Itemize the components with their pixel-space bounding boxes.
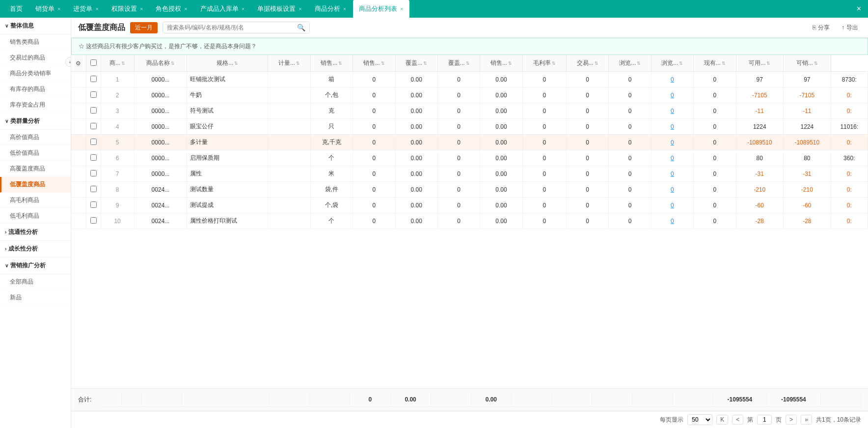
page-input[interactable] [757, 415, 772, 425]
view2-column-header[interactable]: 浏览...⇅ [651, 55, 693, 72]
row-settings[interactable] [71, 119, 86, 135]
row-view1[interactable]: 0 [651, 87, 693, 103]
chevron-icon: ∨ [5, 263, 8, 268]
table-container[interactable]: ⚙ 商...⇅ 商品名称⇅ 规格...⇅ 计量...⇅ 销售...⇅ 销售...… [71, 55, 868, 388]
name-column-header[interactable]: 商品名称⇅ [134, 55, 187, 72]
close-icon[interactable]: × [242, 6, 244, 12]
coverage2-column-header[interactable]: 覆盖...⇅ [437, 55, 480, 72]
trade-column-header[interactable]: 交易...⇅ [567, 55, 609, 72]
close-icon[interactable]: × [140, 6, 143, 12]
spec-column-header[interactable]: 规格...⇅ [187, 55, 268, 72]
close-icon[interactable]: × [400, 6, 403, 12]
available-stock-column-header[interactable]: 可用...⇅ [736, 55, 784, 72]
row-view1[interactable]: 0 [651, 166, 693, 182]
sidebar-item-new-goods[interactable]: 新品 [0, 290, 71, 306]
sellable-column-header[interactable]: 可销...⇅ [784, 55, 831, 72]
sales-amt-column-header[interactable]: 销售...⇅ [353, 55, 395, 72]
sidebar-item-stock-capital[interactable]: 库存资金占用 [0, 97, 71, 113]
unit-column-header[interactable]: 计量...⇅ [268, 55, 310, 72]
row-settings[interactable] [71, 135, 86, 150]
sidebar-item-traded-goods[interactable]: 交易过的商品 [0, 50, 71, 66]
row-view1[interactable]: 0 [651, 72, 693, 87]
row-settings[interactable] [71, 182, 86, 198]
sales-qty-column-header[interactable]: 销售...⇅ [310, 55, 353, 72]
row-view1[interactable]: 0 [651, 198, 693, 213]
row-view1[interactable]: 0 [651, 150, 693, 166]
close-icon[interactable]: × [343, 6, 346, 12]
sidebar-item-stock-goods[interactable]: 有库存的商品 [0, 82, 71, 97]
sidebar-section-circulation[interactable]: › 流通性分析 [0, 224, 71, 241]
row-view1[interactable]: 0 [651, 119, 693, 135]
row-view1[interactable]: 0 [651, 182, 693, 198]
row-name: 符号测试 [187, 103, 268, 119]
row-checkbox[interactable] [86, 72, 101, 87]
sidebar-item-high-value[interactable]: 高价值商品 [0, 130, 71, 145]
row-settings[interactable] [71, 166, 86, 182]
nav-role[interactable]: 角色授权 × [150, 0, 193, 18]
close-icon[interactable]: × [184, 6, 187, 12]
row-checkbox[interactable] [86, 198, 101, 213]
sidebar-item-category-turnover[interactable]: 商品分类动销率 [0, 66, 71, 82]
sidebar-item-sales-goods[interactable]: 销售类商品 [0, 34, 71, 50]
gross-margin-column-header[interactable]: 毛利率⇅ [522, 55, 566, 72]
row-settings[interactable] [71, 198, 86, 213]
nav-goods-analysis[interactable]: 商品分析 × [309, 0, 352, 18]
sidebar-item-low-margin[interactable]: 低毛利商品 [0, 208, 71, 224]
row-settings[interactable] [71, 87, 86, 103]
sidebar-item-all-goods[interactable]: 全部商品 [0, 274, 71, 290]
current-stock-column-header[interactable]: 现有...⇅ [694, 55, 736, 72]
row-checkbox[interactable] [86, 119, 101, 135]
row-sales-qty: 0 [353, 182, 395, 198]
row-settings[interactable] [71, 72, 86, 87]
search-input[interactable] [167, 24, 297, 31]
row-checkbox[interactable] [86, 87, 101, 103]
settings-column-header[interactable]: ⚙ [71, 55, 86, 72]
sales-ratio-column-header[interactable]: 销售...⇅ [480, 55, 522, 72]
checkbox-column-header[interactable] [86, 55, 101, 72]
sidebar-item-high-coverage[interactable]: 高覆盖度商品 [0, 161, 71, 177]
nav-goods-analysis-list[interactable]: 商品分析列表 × [353, 0, 409, 18]
row-checkbox[interactable] [86, 213, 101, 229]
sidebar-section-overall[interactable]: ∨ 整体信息 [0, 18, 71, 34]
per-page-select[interactable]: 50 100 200 [687, 414, 712, 425]
sidebar-section-cluster[interactable]: ∨ 类群量分析 [0, 113, 71, 130]
nav-purchase[interactable]: 进货单 × [67, 0, 104, 18]
select-all-checkbox[interactable] [90, 59, 97, 66]
total-current: -1095554 [713, 393, 767, 407]
nav-template[interactable]: 单据模板设置 × [251, 0, 307, 18]
row-checkbox[interactable] [86, 182, 101, 198]
code-column-header[interactable]: 商...⇅ [101, 55, 134, 72]
row-checkbox[interactable] [86, 103, 101, 119]
first-page-button[interactable]: K [716, 415, 728, 425]
row-view1[interactable]: 0 [651, 213, 693, 229]
row-view1[interactable]: 0 [651, 103, 693, 119]
nav-permission[interactable]: 权限设置 × [106, 0, 149, 18]
last-page-button[interactable]: » [801, 415, 812, 425]
sidebar-section-growth[interactable]: › 成长性分析 [0, 241, 71, 257]
share-button[interactable]: ⎘ 分享 [810, 22, 833, 33]
nav-sales[interactable]: 销货单 × [29, 0, 66, 18]
close-icon[interactable]: × [57, 6, 60, 12]
prev-page-button[interactable]: < [732, 415, 743, 425]
sidebar-section-marketing[interactable]: ∨ 营销推广分析 [0, 257, 71, 274]
sidebar-item-low-coverage[interactable]: 低覆盖度商品 [0, 177, 71, 193]
row-checkbox[interactable] [86, 135, 101, 150]
coverage1-column-header[interactable]: 覆盖...⇅ [395, 55, 437, 72]
sidebar-item-high-margin[interactable]: 高毛利商品 [0, 193, 71, 208]
next-page-button[interactable]: > [786, 415, 797, 425]
close-icon[interactable]: × [298, 6, 301, 12]
close-icon[interactable]: × [95, 6, 98, 12]
row-settings[interactable] [71, 213, 86, 229]
view1-column-header[interactable]: 浏览...⇅ [609, 55, 651, 72]
close-all-button[interactable]: × [854, 3, 864, 14]
nav-product-in[interactable]: 产成品入库单 × [194, 0, 250, 18]
row-view1[interactable]: 0 [651, 135, 693, 150]
row-checkbox[interactable] [86, 166, 101, 182]
nav-home[interactable]: 首页 [4, 0, 28, 18]
export-button[interactable]: ↑ 导出 [839, 22, 861, 33]
time-filter-button[interactable]: 近一月 [130, 22, 158, 33]
sidebar-item-low-value[interactable]: 低价值商品 [0, 145, 71, 161]
row-settings[interactable] [71, 103, 86, 119]
row-settings[interactable] [71, 150, 86, 166]
row-checkbox[interactable] [86, 150, 101, 166]
